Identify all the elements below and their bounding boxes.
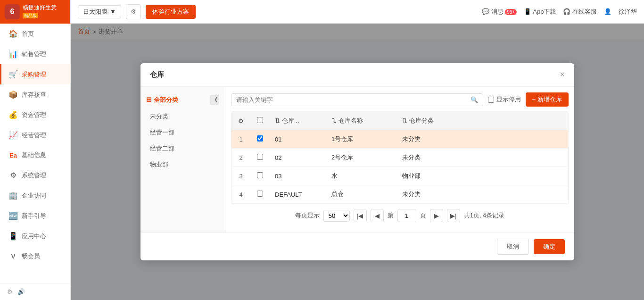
row-checkbox[interactable] bbox=[250, 167, 269, 185]
row-checkbox[interactable] bbox=[250, 185, 269, 204]
show-disabled-checkbox[interactable]: 显示停用 bbox=[488, 95, 521, 104]
dialog-footer: 取消 确定 bbox=[140, 233, 574, 260]
header-right: 💬 消息 99+ 📱 App下载 🎧 在线客服 👤 徐泽华 bbox=[482, 8, 637, 16]
app-download-btn[interactable]: 📱 App下载 bbox=[524, 8, 556, 16]
sidebar-item-inventory[interactable]: 📦 库存核查 bbox=[0, 84, 70, 105]
category-item-operations2[interactable]: 经营二部 bbox=[140, 141, 225, 157]
category-item-operations1[interactable]: 经营一部 bbox=[140, 125, 225, 141]
dialog-body: ⊞ 全部分类 《 未分类 经营一部 经营二部 bbox=[140, 87, 574, 233]
first-page-button[interactable]: |◀ bbox=[354, 209, 367, 222]
row-code: DEFAULT bbox=[269, 185, 326, 204]
last-page-button[interactable]: ▶| bbox=[447, 209, 460, 222]
all-categories[interactable]: ⊞ 全部分类 《 bbox=[140, 92, 225, 108]
sales-icon: 📊 bbox=[8, 50, 18, 58]
msg-count: 99+ bbox=[505, 9, 517, 15]
col-checkbox-header bbox=[250, 112, 269, 130]
sidebar-item-apps[interactable]: 📱 应用中心 bbox=[0, 226, 70, 246]
category-item-unclassified[interactable]: 未分类 bbox=[140, 108, 225, 125]
disabled-checkbox[interactable] bbox=[488, 97, 494, 103]
cancel-button[interactable]: 取消 bbox=[497, 239, 529, 255]
sidebar-item-purchase[interactable]: 🛒 采购管理 bbox=[0, 64, 70, 84]
add-warehouse-button[interactable]: + 新增仓库 bbox=[526, 92, 569, 107]
grid-icon: ⊞ bbox=[146, 96, 152, 103]
logo-icon: 6 bbox=[5, 4, 20, 19]
sidebar-item-member[interactable]: V 畅会员 bbox=[0, 246, 70, 266]
prev-page-button[interactable]: ◀ bbox=[371, 209, 384, 222]
search-icon: 🔍 bbox=[471, 96, 478, 103]
search-input[interactable] bbox=[236, 96, 471, 103]
message-btn[interactable]: 💬 消息 99+ bbox=[482, 8, 517, 16]
row-num: 1 bbox=[231, 130, 250, 149]
row-name: 水 bbox=[326, 167, 396, 185]
row-name: 2号仓库 bbox=[326, 149, 396, 167]
table-row[interactable]: 4 DEFAULT 总仓 未分类 bbox=[231, 185, 568, 204]
row-name: 1号仓库 bbox=[326, 130, 396, 149]
sort-icon2: ⇅ bbox=[331, 117, 337, 124]
sidebar-item-label: 应用中心 bbox=[22, 232, 46, 241]
settings-icon[interactable]: ⚙ bbox=[7, 288, 13, 295]
row-category: 未分类 bbox=[396, 149, 568, 167]
sidebar-item-label: 企业协同 bbox=[22, 192, 46, 200]
per-page-select[interactable]: 50 100 bbox=[323, 210, 350, 222]
logo-text: 畅捷通好生意 精品版 bbox=[23, 4, 57, 19]
sidebar-item-home[interactable]: 🏠 首页 bbox=[0, 24, 70, 44]
speaker-icon[interactable]: 🔊 bbox=[17, 288, 25, 295]
page-input[interactable] bbox=[397, 209, 416, 222]
service-btn[interactable]: 🎧 在线客服 bbox=[563, 8, 597, 16]
sidebar-item-finance[interactable]: 💰 资金管理 bbox=[0, 105, 70, 125]
main-area: 日太阳膜 ▼ ⚙ 体验行业方案 💬 消息 99+ 📱 App下载 🎧 在线客服 … bbox=[71, 0, 644, 300]
sidebar-footer: ⚙ 🔊 bbox=[0, 283, 70, 300]
sidebar-logo: 6 畅捷通好生意 精品版 bbox=[0, 0, 70, 24]
row-code: 03 bbox=[269, 167, 326, 185]
col-code-header: ⇅ 仓库... bbox=[269, 112, 326, 130]
row-code: 01 bbox=[269, 130, 326, 149]
sidebar-item-label: 畅会员 bbox=[22, 252, 40, 260]
dialog-overlay: 仓库 × ⊞ 全部分类 《 bbox=[71, 24, 644, 300]
row-checkbox[interactable] bbox=[250, 149, 269, 167]
enterprise-icon: 🏢 bbox=[8, 191, 18, 200]
sidebar-item-label: 首页 bbox=[22, 30, 34, 38]
page-total: 共1页, 4条记录 bbox=[464, 211, 505, 220]
trial-button[interactable]: 体验行业方案 bbox=[146, 5, 196, 19]
header: 日太阳膜 ▼ ⚙ 体验行业方案 💬 消息 99+ 📱 App下载 🎧 在线客服 … bbox=[71, 0, 644, 24]
category-item-property[interactable]: 物业部 bbox=[140, 157, 225, 173]
search-input-wrap: 🔍 bbox=[231, 93, 483, 106]
basic-icon: Ea bbox=[8, 152, 18, 159]
header-left: 日太阳膜 ▼ ⚙ 体验行业方案 bbox=[78, 4, 196, 19]
next-page-button[interactable]: ▶ bbox=[430, 209, 443, 222]
close-icon[interactable]: × bbox=[560, 70, 565, 80]
sidebar-item-system[interactable]: ⚙ 系统管理 bbox=[0, 165, 70, 185]
col-settings-header: ⚙ bbox=[231, 112, 250, 130]
collapse-button[interactable]: 《 bbox=[210, 95, 219, 105]
sidebar-item-label: 库存核查 bbox=[22, 91, 46, 99]
sidebar-item-sales[interactable]: 📊 销售管理 bbox=[0, 44, 70, 64]
page-label: 第 bbox=[388, 211, 394, 220]
table-row[interactable]: 1 01 1号仓库 未分类 bbox=[231, 130, 568, 149]
sidebar-item-label: 销售管理 bbox=[22, 50, 46, 58]
warehouse-table: ⚙ ⇅ 仓库... ⇅ 仓库名称 bbox=[231, 111, 569, 204]
user-avatar: 👤 bbox=[604, 8, 611, 15]
table-row[interactable]: 2 02 2号仓库 未分类 bbox=[231, 149, 568, 167]
settings-button[interactable]: ⚙ bbox=[126, 4, 141, 19]
col-name-header: ⇅ 仓库名称 bbox=[326, 112, 396, 130]
row-checkbox[interactable] bbox=[250, 130, 269, 149]
msg-label: 消息 bbox=[491, 8, 504, 15]
table-row[interactable]: 3 03 水 物业部 bbox=[231, 167, 568, 185]
row-code: 02 bbox=[269, 149, 326, 167]
sidebar-item-label: 新手引导 bbox=[22, 212, 46, 220]
finance-icon: 💰 bbox=[8, 110, 18, 119]
sidebar-item-label: 资金管理 bbox=[22, 111, 46, 119]
confirm-button[interactable]: 确定 bbox=[534, 239, 565, 254]
sidebar-item-operations[interactable]: 📈 经营管理 bbox=[0, 125, 70, 145]
warehouse-dialog: 仓库 × ⊞ 全部分类 《 bbox=[140, 63, 574, 260]
sidebar-item-guide[interactable]: 🆕 新手引导 bbox=[0, 206, 70, 226]
col-cat-header: ⇅ 仓库分类 bbox=[396, 112, 568, 130]
sidebar-item-basic[interactable]: Ea 基础信息 bbox=[0, 145, 70, 165]
select-all-checkbox[interactable] bbox=[257, 117, 263, 123]
operations-icon: 📈 bbox=[8, 131, 18, 140]
sidebar-item-enterprise[interactable]: 🏢 企业协同 bbox=[0, 185, 70, 206]
row-category: 未分类 bbox=[396, 130, 568, 149]
per-page-label: 每页显示 bbox=[295, 211, 320, 220]
store-selector[interactable]: 日太阳膜 ▼ bbox=[78, 5, 121, 18]
user-name: 徐泽华 bbox=[619, 8, 637, 16]
